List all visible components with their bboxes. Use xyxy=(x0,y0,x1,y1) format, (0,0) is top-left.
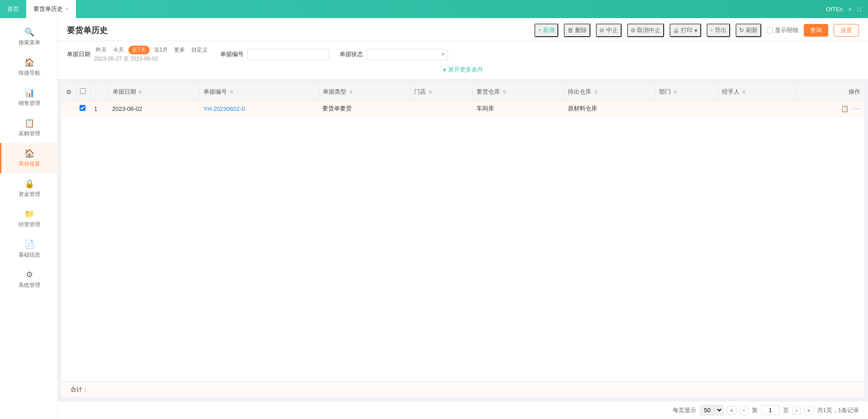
date-chip-today[interactable]: 今天 xyxy=(111,46,126,54)
next-page-button[interactable]: › xyxy=(793,406,801,415)
th-store[interactable]: 门店 ⇅ xyxy=(410,83,472,101)
doc-number-label: 单据编号 xyxy=(220,50,244,58)
sidebar-item-purchase-mgmt[interactable]: 📋 采购管理 xyxy=(0,113,57,143)
th-pending-warehouse[interactable]: 待出仓库 ⇅ xyxy=(564,83,656,101)
window-close-icon[interactable]: × xyxy=(849,6,852,13)
th-doc-date-label: 单据日期 xyxy=(113,88,136,95)
th-department[interactable]: 部门 ⇅ xyxy=(656,83,718,101)
sidebar-item-purchase-mgmt-label: 采购管理 xyxy=(19,130,40,138)
goto-unit: 页 xyxy=(783,406,789,414)
row-edit-icon[interactable]: 📋 xyxy=(841,105,849,112)
search-menu-icon: 🔍 xyxy=(24,27,34,37)
sidebar-item-system-mgmt[interactable]: ⚙ 系统管理 xyxy=(0,264,57,295)
sidebar-item-finance-mgmt[interactable]: 🔒 资金管理 xyxy=(0,173,57,204)
print-button[interactable]: 🖨 打印 ▾ xyxy=(670,24,701,37)
suspend-button[interactable]: ⊘ 中止 xyxy=(596,24,622,37)
sidebar-item-basic-info[interactable]: 📄 基础信息 xyxy=(0,234,57,264)
table-footer: 合计： xyxy=(61,381,864,397)
doc-number-filter-group: 单据编号 xyxy=(220,49,329,60)
page-header: 要货单历史 + 新增 🗑 删除 ⊘ 中止 ⊘ 取消中止 🖨 打印 ▾ ↑ 导出 … xyxy=(58,18,868,41)
window-maximize-icon[interactable]: □ xyxy=(857,6,861,13)
date-chip-more[interactable]: 更多 xyxy=(172,46,187,54)
th-checkbox xyxy=(76,83,90,101)
status-select-wrapper xyxy=(367,49,448,60)
settings-button[interactable]: 设置 xyxy=(834,24,859,37)
status-filter-group: 单据状态 xyxy=(340,49,448,60)
tab-requisition-history[interactable]: 要货单历史 × xyxy=(26,0,76,18)
date-chip-1month[interactable]: 近1月 xyxy=(152,46,170,54)
show-detail-checkbox[interactable] xyxy=(767,27,773,33)
doc-number-link[interactable]: YH-20230602-0 xyxy=(203,105,245,112)
query-button[interactable]: 查询 xyxy=(804,24,828,37)
print-label: 打印 xyxy=(681,26,693,34)
doc-number-input[interactable] xyxy=(247,49,329,60)
th-pending-warehouse-label: 待出仓库 xyxy=(568,88,591,95)
cancel-suspend-button[interactable]: ⊘ 取消中止 xyxy=(627,24,665,37)
row-more-icon[interactable]: ⋯ xyxy=(853,105,859,112)
status-label: 单据状态 xyxy=(340,50,363,58)
sidebar-item-finance-mgmt-label: 资金管理 xyxy=(19,190,40,198)
th-row-num xyxy=(90,83,108,101)
th-doc-type[interactable]: 单据类型 ⇅ xyxy=(319,83,410,101)
sidebar-item-operations-mgmt[interactable]: 📁 经营管理 xyxy=(0,204,57,234)
th-action: 操作 xyxy=(795,83,864,101)
sales-mgmt-icon: 📊 xyxy=(24,88,34,98)
tab-bar: 首页 要货单历史 × xyxy=(0,0,76,18)
quick-nav-icon: 🏠 xyxy=(24,57,34,67)
tab-home[interactable]: 首页 xyxy=(0,0,26,18)
per-page-select[interactable]: 50 10 20 100 xyxy=(700,405,723,415)
sidebar-item-sales-mgmt[interactable]: 📊 销售管理 xyxy=(0,82,57,113)
row-checkbox[interactable] xyxy=(80,105,85,111)
th-doc-number-label: 单据编号 xyxy=(203,88,227,95)
tab-requisition-history-label: 要货单历史 xyxy=(33,5,63,13)
per-page-label: 每页显示 xyxy=(673,406,696,414)
status-select[interactable] xyxy=(367,49,448,60)
th-doc-number[interactable]: 单据编号 ⇅ xyxy=(200,83,319,101)
delete-button[interactable]: 🗑 删除 xyxy=(564,24,590,37)
prev-page-button[interactable]: ‹ xyxy=(740,406,748,415)
first-page-button[interactable]: « xyxy=(727,406,736,415)
tab-close-icon[interactable]: × xyxy=(66,6,69,12)
th-req-warehouse-label: 要货仓库 xyxy=(476,88,500,95)
th-req-warehouse[interactable]: 要货仓库 ⇅ xyxy=(473,83,564,101)
show-detail-toggle[interactable]: 显示明细 xyxy=(767,26,798,34)
td-req-warehouse: 车间库 xyxy=(473,101,564,117)
main-content: 要货单历史 + 新增 🗑 删除 ⊘ 中止 ⊘ 取消中止 🖨 打印 ▾ ↑ 导出 … xyxy=(58,18,868,419)
th-department-label: 部门 xyxy=(659,88,671,95)
sidebar-item-inventory[interactable]: 🏠 库存核算 xyxy=(0,143,57,173)
sidebar-item-search-menu[interactable]: 🔍 搜索菜单 xyxy=(0,22,57,52)
operations-mgmt-icon: 📁 xyxy=(24,209,34,219)
last-page-button[interactable]: » xyxy=(804,406,814,415)
th-doc-date[interactable]: 单据日期 ⇅ xyxy=(108,83,200,101)
data-table: ⚙ 单据日期 ⇅ 单据编号 ⇅ xyxy=(61,83,864,117)
new-button[interactable]: + 新增 xyxy=(534,24,558,37)
select-all-checkbox[interactable] xyxy=(80,88,86,94)
sidebar-item-search-menu-label: 搜索菜单 xyxy=(19,39,40,47)
table-header-row: ⚙ 单据日期 ⇅ 单据编号 ⇅ xyxy=(61,83,864,101)
sidebar-item-inventory-label: 库存核算 xyxy=(19,160,40,168)
refresh-button[interactable]: ↻ 刷新 xyxy=(736,24,761,37)
th-handler[interactable]: 经手人 ⇅ xyxy=(718,83,795,101)
settings-gear-icon[interactable]: ⚙ xyxy=(66,89,71,95)
date-chip-yesterday[interactable]: 昨天 xyxy=(94,46,108,54)
export-button[interactable]: ↑ 导出 xyxy=(707,24,730,37)
expand-more-btn[interactable]: ▾ 展开更多条件 xyxy=(67,63,859,75)
th-action-label: 操作 xyxy=(849,88,860,95)
often-label: OfTEn xyxy=(826,6,843,13)
handler-sort-icon: ⇅ xyxy=(742,90,745,95)
sidebar-item-basic-info-label: 基础信息 xyxy=(19,251,40,259)
basic-info-icon: 📄 xyxy=(24,239,34,249)
table-area: ⚙ 单据日期 ⇅ 单据编号 ⇅ xyxy=(61,83,864,397)
doc-type-sort-icon: ⇅ xyxy=(349,90,353,95)
req-warehouse-value: 车间库 xyxy=(476,105,494,112)
page-number-input[interactable] xyxy=(761,405,779,415)
date-chip-custom[interactable]: 自定义 xyxy=(189,46,209,54)
expand-icon: ▾ xyxy=(443,67,446,73)
date-chips: 昨天 今天 近7天 近1月 更多 自定义 xyxy=(94,46,209,54)
doc-date-value: 2023-06-02 xyxy=(112,105,142,112)
print-icon: 🖨 xyxy=(673,27,679,34)
date-chip-7days[interactable]: 近7天 xyxy=(128,46,150,54)
td-doc-number: YH-20230602-0 xyxy=(200,101,319,117)
date-filter-label: 单据日期 xyxy=(67,50,90,58)
sidebar-item-quick-nav[interactable]: 🏠 快捷导航 xyxy=(0,52,57,82)
